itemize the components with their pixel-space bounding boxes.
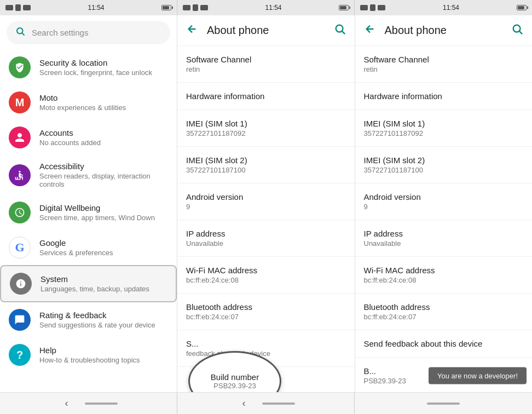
accessibility-subtitle: Screen readers, display, interaction con… (39, 172, 168, 188)
about-item-wifi-left[interactable]: Wi-Fi MAC address bc:ff:eb:24:ce:08 (177, 257, 355, 294)
about-item-software-channel-left[interactable]: Software Channel retin (177, 46, 355, 83)
sim-icon-1 (5, 5, 13, 10)
accessibility-title: Accessibility (39, 162, 168, 171)
status-right-left (161, 5, 171, 10)
settings-item-google[interactable]: G Google Services & preferences (0, 230, 177, 265)
imei1-value-left: 357227101187092 (186, 129, 346, 137)
about-item-android-right[interactable]: Android version 9 (355, 183, 533, 220)
msg-icon-2 (200, 5, 208, 10)
digital-icon (9, 202, 31, 223)
about-item-hardware-header-right: Hardware information (355, 83, 533, 110)
ip-value-left: Unavailable (186, 239, 346, 248)
about-item-bluetooth-left[interactable]: Bluetooth address bc:ff:eb:24:ce:07 (177, 294, 355, 330)
software-channel-value-left: retin (186, 65, 346, 73)
google-text: Google Services & preferences (39, 238, 168, 257)
digital-subtitle: Screen time, app timers, Wind Down (39, 214, 168, 222)
system-text: System Languages, time, backup, updates (41, 274, 167, 293)
settings-item-rating[interactable]: Rating & feedback Send suggestions & rat… (0, 302, 177, 337)
lock-icon-2 (193, 4, 198, 11)
svg-line-1 (22, 33, 24, 35)
moto-subtitle: Moto experiences & utilities (39, 104, 168, 112)
settings-list: Security & location Screen lock, fingerp… (0, 50, 177, 392)
android-value-right: 9 (364, 203, 524, 211)
security-icon (9, 56, 31, 78)
developer-toast: You are now a developer! (429, 367, 527, 384)
about-item-imei2-right[interactable]: IMEI (SIM slot 2) 357227101187100 (355, 147, 533, 183)
settings-item-digital[interactable]: Digital Wellbeing Screen time, app timer… (0, 195, 177, 230)
moto-title: Moto (39, 93, 168, 102)
search-bar[interactable]: Search settings (7, 21, 170, 44)
about-item-software-channel-right[interactable]: Software Channel retin (355, 46, 533, 83)
search-placeholder: Search settings (32, 28, 88, 37)
about-search-icon-right[interactable] (511, 23, 523, 38)
settings-item-accessibility[interactable]: Accessibility Screen readers, display, i… (0, 155, 177, 195)
about-header-right: About phone (355, 15, 533, 46)
settings-item-accounts[interactable]: Accounts No accounts added (0, 120, 177, 155)
about-item-build-left[interactable]: Build number PSB29.39-23 (177, 367, 355, 392)
security-text: Security & location Screen lock, fingerp… (39, 58, 168, 77)
home-pill-right[interactable] (427, 403, 460, 405)
security-subtitle: Screen lock, fingerprint, face unlock (39, 68, 168, 77)
about-item-ip-left[interactable]: IP address Unavailable (177, 220, 355, 257)
software-channel-title-left: Software Channel (186, 55, 346, 64)
imei2-title-right: IMEI (SIM slot 2) (364, 156, 524, 165)
help-text: Help How-to & troubleshooting topics (39, 346, 168, 364)
back-button-right[interactable] (364, 23, 376, 38)
about-panel-left: About phone Software Channel retin Hardw… (177, 15, 355, 392)
wifi-title-right: Wi-Fi MAC address (364, 266, 524, 275)
lock-icon-3 (370, 4, 375, 11)
status-section-right: 11:54 (355, 0, 532, 15)
feedback-title-right: Send feedback about this device (364, 339, 524, 348)
accounts-title: Accounts (39, 128, 168, 137)
about-item-android-left[interactable]: Android version 9 (177, 183, 355, 220)
back-nav-button-mid[interactable]: ‹ (232, 398, 257, 409)
wifi-value-left: bc:ff:eb:24:ce:08 (186, 276, 346, 284)
sim-icon-3 (360, 5, 368, 10)
about-search-icon-left[interactable] (334, 23, 346, 38)
imei1-value-right: 357227101187092 (364, 129, 524, 137)
rating-text: Rating & feedback Send suggestions & rat… (39, 311, 168, 329)
about-item-bluetooth-right[interactable]: Bluetooth address bc:ff:eb:24:ce:07 (355, 294, 533, 330)
software-channel-title-right: Software Channel (364, 55, 524, 64)
about-panel-right: About phone Software Channel retin Hardw… (355, 15, 533, 392)
about-item-imei1-left[interactable]: IMEI (SIM slot 1) 357227101187092 (177, 110, 355, 147)
home-pill-left[interactable] (85, 403, 118, 405)
status-icons-right (360, 4, 385, 11)
settings-item-security[interactable]: Security & location Screen lock, fingerp… (0, 50, 177, 85)
about-item-wifi-right[interactable]: Wi-Fi MAC address bc:ff:eb:24:ce:08 (355, 257, 533, 294)
android-title-right: Android version (364, 192, 524, 202)
status-right-right (517, 5, 527, 10)
settings-item-moto[interactable]: M Moto Moto experiences & utilities (0, 85, 177, 120)
android-title-left: Android version (186, 192, 346, 202)
back-nav-button-left[interactable]: ‹ (54, 398, 79, 409)
settings-item-system[interactable]: System Languages, time, backup, updates (0, 265, 177, 302)
status-time-mid: 11:54 (265, 4, 281, 12)
nav-section-mid: ‹ (177, 393, 355, 414)
svg-line-4 (342, 31, 345, 34)
moto-icon: M (9, 91, 31, 113)
help-subtitle: How-to & troubleshooting topics (39, 356, 168, 364)
about-header-left: About phone (177, 15, 355, 46)
status-right-mid (339, 5, 349, 10)
svg-point-5 (513, 25, 521, 32)
imei1-title-right: IMEI (SIM slot 1) (364, 119, 524, 128)
ip-title-left: IP address (186, 229, 346, 238)
back-button-left[interactable] (186, 23, 198, 38)
svg-point-3 (336, 25, 343, 32)
about-item-build-right[interactable]: B... PSB29.39-23 You are now a developer… (355, 358, 533, 392)
wifi-value-right: bc:ff:eb:24:ce:08 (364, 276, 524, 284)
svg-line-6 (519, 31, 522, 34)
about-item-ip-right[interactable]: IP address Unavailable (355, 220, 533, 257)
about-item-feedback-right[interactable]: Send feedback about this device (355, 330, 533, 358)
imei2-title-left: IMEI (SIM slot 2) (186, 156, 346, 165)
about-item-imei2-left[interactable]: IMEI (SIM slot 2) 357227101187100 (177, 147, 355, 183)
status-time-left: 11:54 (88, 4, 104, 12)
circle-build-title-left: Build number (211, 372, 259, 382)
sim-icon-2 (183, 5, 190, 10)
hardware-header-title-right: Hardware information (364, 91, 524, 101)
imei2-value-right: 357227101187100 (364, 166, 524, 174)
about-item-imei1-right[interactable]: IMEI (SIM slot 1) 357227101187092 (355, 110, 533, 147)
svg-point-0 (17, 28, 23, 34)
settings-item-help[interactable]: ? Help How-to & troubleshooting topics (0, 337, 177, 372)
home-pill-mid[interactable] (262, 403, 295, 405)
